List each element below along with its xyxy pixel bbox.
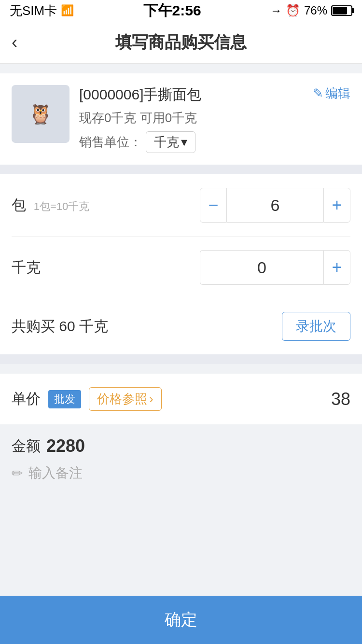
- alarm-icon: ⏰: [286, 4, 300, 17]
- product-thumbnail: 🦉: [12, 85, 70, 143]
- price-ref-label: 价格参照: [97, 391, 147, 407]
- status-left: 无SIM卡 📶: [10, 2, 74, 19]
- price-tag: 批发: [48, 390, 81, 408]
- pencil-icon: ✏: [12, 465, 23, 481]
- price-left: 单价 批发 价格参照 ›: [12, 387, 162, 411]
- product-name: [0000006]手撕面包: [79, 85, 201, 105]
- edit-button[interactable]: ✎ 编辑: [313, 85, 350, 102]
- bao-row: 包 1包=10千克 − +: [12, 174, 350, 237]
- price-label: 单价: [12, 389, 41, 409]
- product-card: 🦉 [0000006]手撕面包 ✎ 编辑 现存0千克 可用0千克 销售单位： 千…: [0, 73, 362, 165]
- carrier-label: 无SIM卡: [10, 2, 57, 19]
- location-icon: →: [270, 4, 282, 17]
- bao-minus-button[interactable]: −: [200, 188, 227, 223]
- nav-bar: ‹ 填写商品购买信息: [0, 21, 362, 64]
- product-info: [0000006]手撕面包 ✎ 编辑 现存0千克 可用0千克 销售单位： 千克 …: [79, 85, 350, 153]
- unit-select[interactable]: 千克 ▾: [146, 131, 195, 153]
- battery-label: 76%: [304, 4, 327, 17]
- price-value: 38: [331, 389, 350, 409]
- amount-label: 金额: [12, 436, 41, 456]
- back-button[interactable]: ‹: [12, 32, 17, 53]
- bao-quantity-input[interactable]: [227, 188, 323, 223]
- unit-value: 千克: [154, 134, 179, 151]
- kg-label: 千克: [12, 259, 41, 275]
- unit-label: 销售单位：: [79, 134, 142, 151]
- kg-plus-button[interactable]: +: [323, 250, 350, 285]
- summary-section: 共购买 60 千克 录批次: [0, 298, 362, 354]
- price-ref-arrow-icon: ›: [149, 392, 153, 406]
- edit-label: 编辑: [325, 85, 350, 102]
- kg-row: 千克 +: [12, 237, 350, 298]
- status-bar: 无SIM卡 📶 下午2:56 → ⏰ 76%: [0, 0, 362, 21]
- separator-1: [0, 165, 362, 174]
- edit-icon: ✎: [313, 86, 323, 101]
- bao-label-group: 包 1包=10千克: [12, 196, 89, 215]
- battery-icon: [331, 5, 352, 16]
- price-ref-button[interactable]: 价格参照 ›: [89, 387, 162, 411]
- separator-2: [0, 354, 362, 364]
- amount-row: 金额 2280: [12, 436, 350, 456]
- note-row[interactable]: ✏ 输入备注: [12, 464, 350, 482]
- time-label: 下午2:56: [143, 1, 201, 21]
- bao-controls: − +: [200, 188, 350, 223]
- kg-quantity-input[interactable]: [200, 250, 323, 285]
- input-section: 包 1包=10千克 − + 千克 +: [0, 174, 362, 298]
- page-title: 填写商品购买信息: [115, 31, 247, 54]
- status-right: → ⏰ 76%: [270, 4, 352, 17]
- price-section: 单价 批发 价格参照 › 38: [0, 374, 362, 424]
- amount-section: 金额 2280 ✏ 输入备注: [0, 424, 362, 492]
- wifi-icon: 📶: [61, 4, 74, 17]
- product-stock: 现存0千克 可用0千克: [79, 110, 350, 126]
- bao-label: 包: [12, 197, 26, 213]
- product-unit: 销售单位： 千克 ▾: [79, 131, 350, 153]
- confirm-button[interactable]: 确定: [0, 596, 362, 644]
- kg-label-group: 千克: [12, 258, 41, 278]
- product-thumb-icon: 🦉: [28, 103, 53, 126]
- kg-controls: +: [200, 250, 350, 285]
- bao-hint: 1包=10千克: [34, 200, 90, 212]
- confirm-button-label: 确定: [165, 609, 197, 631]
- note-placeholder: 输入备注: [28, 464, 83, 482]
- unit-dropdown-icon: ▾: [181, 135, 187, 150]
- bao-plus-button[interactable]: +: [323, 188, 350, 223]
- amount-value: 2280: [46, 436, 85, 456]
- summary-text: 共购买 60 千克: [12, 317, 108, 336]
- batch-button[interactable]: 录批次: [282, 312, 350, 341]
